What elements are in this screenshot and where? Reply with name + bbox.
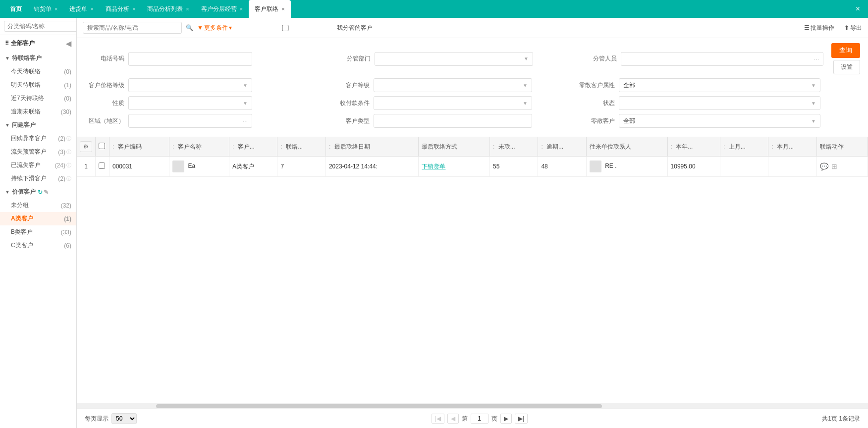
close-purchase-tab[interactable]: ×	[90, 6, 93, 12]
col-contact-person: 往来单位联系人	[586, 137, 667, 157]
row-current-year: 10995.00	[667, 157, 720, 177]
nav-product-list[interactable]: 商品分析列表 ×	[141, 0, 195, 18]
problem-customer-group[interactable]: ▼ 问题客户	[0, 118, 76, 132]
col-code-sep: :	[112, 143, 114, 150]
next-page-btn[interactable]: ▶	[500, 414, 512, 424]
row-last-date: 2023-04-12 14:44:	[326, 157, 419, 177]
retail-customer-field: 零散客户 全部▼	[575, 114, 820, 128]
sidebar-search-input[interactable]	[4, 21, 77, 32]
dept-select[interactable]: ▼	[375, 52, 533, 66]
sidebar-item-lost[interactable]: 已流失客户 (24) ⓘ	[0, 159, 76, 172]
sidebar-item-abnormal[interactable]: 回购异常客户 (2) ⓘ	[0, 132, 76, 145]
value-edit-icon[interactable]: ✎	[44, 189, 49, 196]
sidebar-item-tomorrow[interactable]: 明天待联络 (1)	[0, 78, 76, 92]
row-checkbox[interactable]	[99, 162, 105, 169]
filter-icon: ▼	[197, 24, 203, 31]
price-tier-label: 客户价格等级	[85, 81, 124, 90]
nav-product-analysis[interactable]: 商品分析 ×	[100, 0, 141, 18]
horizontal-scrollbar[interactable]	[77, 403, 868, 409]
filter-row-4: 区域（地区） ··· 客户类型 零散客户 全部▼	[85, 114, 860, 128]
filter-panel: 电话号码 分管部门 ▼ 分管人员 ··· 查询 设置	[77, 38, 868, 137]
person-field: 分管人员 ···	[577, 52, 823, 66]
grid-icon: ⠿	[5, 40, 9, 47]
customer-tier-select[interactable]: ▼	[374, 78, 532, 92]
retail-attr-select[interactable]: 全部▼	[619, 78, 820, 92]
close-product-analysis-tab[interactable]: ×	[132, 6, 135, 12]
phone-input[interactable]	[128, 52, 252, 66]
region-input[interactable]: ···	[128, 114, 252, 128]
retail-customer-label: 零散客户	[575, 117, 615, 125]
customer-type-input[interactable]	[374, 114, 532, 128]
nature-label: 性质	[85, 99, 124, 107]
last-page-btn[interactable]: ▶|	[515, 414, 528, 424]
chat-action-icon[interactable]: 💬	[820, 162, 828, 170]
sidebar-item-ungroup[interactable]: 未分组 (32)	[0, 199, 76, 212]
price-tier-field: 客户价格等级 ▼	[85, 78, 330, 92]
sidebar-item-declining[interactable]: 持续下滑客户 (2) ⓘ	[0, 172, 76, 185]
close-customer-tier-tab[interactable]: ×	[240, 6, 243, 12]
grid-action-icon[interactable]: ⊞	[831, 162, 837, 170]
settings-button[interactable]: 设置	[833, 60, 860, 74]
per-page-select[interactable]: 50 100 200	[111, 413, 137, 424]
nav-customer-tier[interactable]: 客户分层经营 ×	[195, 0, 249, 18]
sidebar-item-warning[interactable]: 流失预警客户 (3) ⓘ	[0, 145, 76, 159]
first-page-btn[interactable]: |◀	[432, 414, 444, 424]
export-btn[interactable]: ⬆ 导出	[844, 24, 862, 32]
row-contact-person: RE .	[586, 157, 667, 177]
region-label: 区域（地区）	[85, 117, 124, 125]
dept-label: 分管部门	[331, 54, 371, 63]
problem-arrow-icon: ▼	[5, 122, 10, 128]
person-input[interactable]: ···	[621, 52, 823, 66]
nature-select[interactable]: ▼	[128, 96, 252, 110]
col-last-date: : 最后联络日期	[326, 137, 419, 157]
payment-select[interactable]: ▼	[374, 96, 532, 110]
row-name: Ea	[169, 157, 229, 177]
customer-table: ⚙ : 客户编码 : 客户名称	[77, 137, 868, 177]
sidebar-collapse-btn[interactable]: ◀	[66, 40, 71, 48]
col-code: : 客户编码	[109, 137, 169, 157]
nature-field: 性质 ▼	[85, 96, 330, 110]
col-action: 联络动作	[816, 137, 868, 157]
scrollbar-thumb[interactable]	[156, 404, 602, 408]
table-container: ⚙ : 客户编码 : 客户名称	[77, 137, 868, 403]
sidebar-item-a-class[interactable]: A类客户 (1)	[0, 212, 76, 225]
search-input[interactable]	[83, 22, 182, 34]
row-contact-num: 7	[277, 157, 326, 177]
total-pages-label: 页	[491, 415, 497, 423]
close-sales-tab[interactable]: ×	[54, 6, 57, 12]
sidebar-item-c-class[interactable]: C类客户 (6)	[0, 239, 76, 252]
sidebar-item-overdue[interactable]: 逾期未联络 (30)	[0, 105, 76, 118]
my-customer-checkbox[interactable]	[236, 25, 335, 31]
nav-purchase[interactable]: 进货单 ×	[63, 0, 99, 18]
close-customer-contact-tab[interactable]: ×	[281, 6, 284, 12]
query-settings-area: 查询 设置	[823, 43, 860, 74]
sidebar-item-today[interactable]: 今天待联络 (0)	[0, 65, 76, 78]
close-all-tabs[interactable]: ×	[852, 4, 864, 13]
more-filter-btn[interactable]: ▼ 更多条件 ▾	[197, 24, 232, 32]
col-last-month: : 上月...	[720, 137, 768, 157]
sidebar-item-b-class[interactable]: B类客户 (33)	[0, 225, 76, 239]
last-method-link[interactable]: 下销货单	[422, 163, 445, 170]
phone-field: 电话号码	[85, 52, 331, 66]
page-input[interactable]	[471, 414, 488, 424]
price-tier-select[interactable]: ▼	[128, 78, 252, 92]
col-settings-btn[interactable]: ⚙	[80, 141, 92, 152]
pending-contact-group[interactable]: ▼ 待联络客户	[0, 52, 76, 65]
retail-customer-select[interactable]: 全部▼	[619, 114, 820, 128]
nav-sales[interactable]: 销货单 ×	[28, 0, 63, 18]
select-all-checkbox[interactable]	[99, 143, 105, 149]
nav-customer-contact[interactable]: 客户联络 ×	[249, 0, 290, 18]
nav-home[interactable]: 首页	[4, 0, 28, 18]
filter-bar: 🔍 ▼ 更多条件 ▾ 我分管的客户 ☰ 批量操作 ⬆ 导出	[77, 18, 868, 38]
close-product-list-tab[interactable]: ×	[186, 6, 189, 12]
row-last-method: 下销货单	[419, 157, 490, 177]
prev-page-btn[interactable]: ◀	[447, 414, 459, 424]
col-contact: : 联络...	[277, 137, 326, 157]
query-button[interactable]: 查询	[831, 43, 860, 58]
value-customer-group[interactable]: ▼ 价值客户 ↻ ✎	[0, 185, 76, 199]
sidebar-item-7days[interactable]: 近7天待联络 (0)	[0, 92, 76, 105]
batch-btn[interactable]: ☰ 批量操作	[804, 24, 834, 32]
search-icon[interactable]: 🔍	[186, 24, 193, 31]
status-select[interactable]: ▼	[619, 96, 820, 110]
value-refresh-icon[interactable]: ↻	[38, 189, 43, 196]
